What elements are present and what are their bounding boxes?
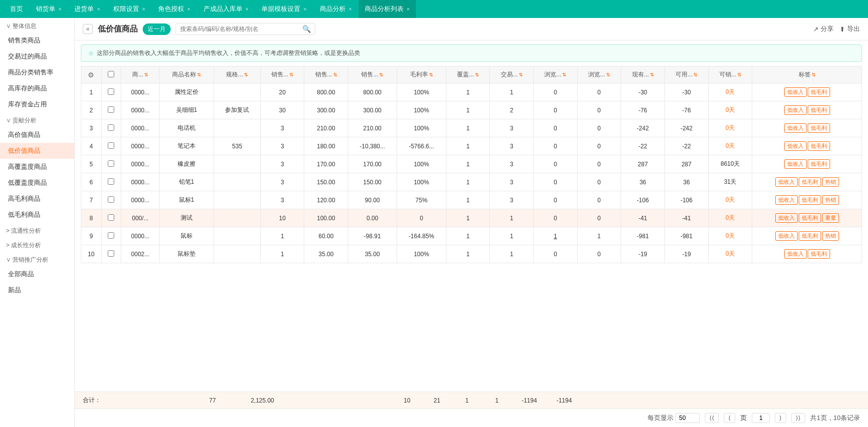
cell-views1[interactable]: 1 <box>534 227 578 245</box>
sidebar-group-growth[interactable]: > 成长性分析 <box>0 237 74 252</box>
cell-num: 8 <box>81 209 102 227</box>
close-icon[interactable]: × <box>349 6 352 12</box>
cell-checkbox[interactable] <box>101 155 121 173</box>
sidebar-item-new-goods[interactable]: 新品 <box>0 282 74 298</box>
cell-checkbox[interactable] <box>101 101 121 119</box>
cell-checkbox[interactable] <box>101 227 121 245</box>
sidebar-item-sales-goods[interactable]: 销售类商品 <box>0 32 74 48</box>
cell-checkbox[interactable] <box>101 173 121 191</box>
close-icon[interactable]: × <box>245 6 248 12</box>
collapse-button[interactable]: « <box>83 24 93 34</box>
nav-product-warehouse[interactable]: 产成品入库单 × <box>198 0 254 18</box>
nav-sales-order[interactable]: 销货单 × <box>30 0 67 18</box>
sidebar-item-high-margin[interactable]: 高毛利商品 <box>0 191 74 207</box>
col-checkbox[interactable] <box>101 66 121 83</box>
row-checkbox[interactable] <box>108 214 114 221</box>
tag: 低收入 <box>784 123 807 133</box>
sidebar-item-low-margin[interactable]: 低毛利商品 <box>0 207 74 223</box>
sidebar-group-circulation[interactable]: > 流通性分析 <box>0 223 74 237</box>
cell-available: 36 <box>664 173 708 191</box>
row-checkbox[interactable] <box>108 196 114 203</box>
cell-margin: 100% <box>397 101 446 119</box>
sidebar-item-traded-goods[interactable]: 交易过的商品 <box>0 48 74 64</box>
cell-tags: 低收入低毛利 <box>752 101 862 119</box>
filter-recent-month-button[interactable]: 近一月 <box>143 23 171 35</box>
sidebar-group-overall[interactable]: ∨ 整体信息 <box>0 18 74 32</box>
cell-spec <box>214 83 260 101</box>
row-checkbox[interactable] <box>108 178 114 185</box>
cell-checkbox[interactable] <box>101 83 121 101</box>
nav-template-settings[interactable]: 单据模板设置 × <box>255 0 312 18</box>
row-checkbox[interactable] <box>108 250 114 257</box>
row-checkbox[interactable] <box>108 124 114 131</box>
cell-sales-amt: 35.00 <box>304 245 348 263</box>
tag: 热销 <box>822 177 839 187</box>
sidebar-item-low-coverage[interactable]: 低覆盖度商品 <box>0 175 74 191</box>
cell-checkbox[interactable] <box>101 209 121 227</box>
cell-trade: 3 <box>490 173 534 191</box>
search-input[interactable] <box>180 25 299 32</box>
cell-available: -41 <box>664 209 708 227</box>
nav-permission-settings[interactable]: 权限设置 × <box>107 0 151 18</box>
cell-available: -30 <box>664 83 708 101</box>
sidebar-item-high-stock[interactable]: 高库存的商品 <box>0 80 74 96</box>
sidebar-group-contribution[interactable]: ∨ 贡献分析 <box>0 112 74 127</box>
prev-page-button[interactable]: ⟨ <box>724 413 735 423</box>
row-checkbox[interactable] <box>108 88 114 95</box>
cell-sales-qty: 1 <box>260 227 304 245</box>
nav-purchase-order[interactable]: 进货单 × <box>68 0 106 18</box>
cell-available: 287 <box>664 155 708 173</box>
select-all-checkbox[interactable] <box>108 71 114 77</box>
cell-sales-qty: 30 <box>260 101 304 119</box>
cell-code: 0000... <box>121 119 159 137</box>
cell-available: -981 <box>664 227 708 245</box>
sidebar-item-stock-capital[interactable]: 库存资金占用 <box>0 96 74 112</box>
first-page-button[interactable]: ⟨⟨ <box>705 413 719 423</box>
cell-checkbox[interactable] <box>101 191 121 209</box>
close-icon[interactable]: × <box>407 6 410 12</box>
row-checkbox[interactable] <box>108 142 114 149</box>
sidebar-item-all-goods[interactable]: 全部商品 <box>0 266 74 282</box>
cell-checkbox[interactable] <box>101 119 121 137</box>
nav-goods-analysis-list[interactable]: 商品分析列表 × <box>359 0 416 18</box>
nav-goods-analysis[interactable]: 商品分析 × <box>314 0 358 18</box>
row-checkbox[interactable] <box>108 232 114 239</box>
next-page-button[interactable]: ⟩ <box>775 413 786 423</box>
cell-checkbox[interactable] <box>101 137 121 155</box>
cell-sales-profit: 800.00 <box>348 83 397 101</box>
close-icon[interactable]: × <box>303 6 306 12</box>
nav-role-auth[interactable]: 角色授权 × <box>152 0 196 18</box>
cell-name: 铅笔1 <box>159 173 214 191</box>
last-page-button[interactable]: ⟩⟩ <box>791 413 805 423</box>
close-icon[interactable]: × <box>142 6 145 12</box>
sidebar-item-high-coverage[interactable]: 高覆盖度商品 <box>0 159 74 175</box>
close-icon[interactable]: × <box>97 6 100 12</box>
close-icon[interactable]: × <box>58 6 61 12</box>
sidebar-item-high-value[interactable]: 高价值商品 <box>0 127 74 143</box>
share-button[interactable]: ↗ 分享 <box>813 24 834 33</box>
col-settings[interactable]: ⚙ <box>81 66 102 83</box>
col-trade: 交易...⇅ <box>490 66 534 83</box>
tag: 低收入 <box>784 105 807 115</box>
export-button[interactable]: ⬆ 导出 <box>840 24 860 33</box>
table-row: 5 0000... 橡皮擦 3 170.00 170.00 100% 1 3 0… <box>81 155 862 173</box>
cell-views1: 0 <box>534 101 578 119</box>
sidebar-item-category-sales[interactable]: 商品分类销售率 <box>0 64 74 80</box>
views1-link[interactable]: 1 <box>554 233 557 240</box>
row-checkbox[interactable] <box>108 160 114 167</box>
cell-views2: 0 <box>577 173 621 191</box>
cell-name: 橡皮擦 <box>159 155 214 173</box>
cell-sales-qty: 20 <box>260 83 304 101</box>
nav-home[interactable]: 首页 <box>4 0 29 18</box>
cell-checkbox[interactable] <box>101 245 121 263</box>
sidebar-group-marketing[interactable]: ∨ 营销推广分析 <box>0 252 74 266</box>
cell-coverage: 1 <box>446 227 490 245</box>
row-checkbox[interactable] <box>108 106 114 113</box>
page-size-select[interactable]: 50 100 200 <box>675 413 700 423</box>
sidebar-item-low-value[interactable]: 低价值商品 <box>0 143 74 159</box>
cell-views2: 0 <box>577 83 621 101</box>
cell-spec <box>214 191 260 209</box>
page-number-input[interactable] <box>752 413 770 423</box>
cell-margin: 75% <box>397 191 446 209</box>
close-icon[interactable]: × <box>187 6 190 12</box>
